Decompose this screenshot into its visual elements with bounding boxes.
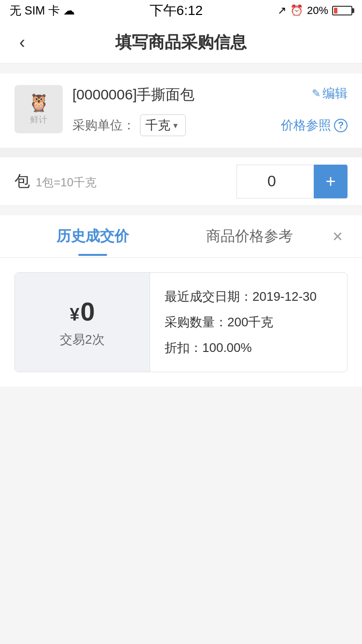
product-thumbnail: 🦉 鲜计 <box>14 85 63 133</box>
tab-close-button[interactable]: × <box>328 222 348 252</box>
edit-label: 编辑 <box>322 85 348 102</box>
purchase-unit-label: 采购单位： <box>72 117 135 134</box>
unit-conversion-label: 1包=10千克 <box>36 175 97 190</box>
price-ref-label: 价格参照 <box>281 117 331 134</box>
status-left: 无 SIM 卡 ☁ <box>10 3 75 18</box>
product-name: [0000006]手撕面包 <box>72 85 312 105</box>
edit-icon: ✎ <box>312 87 320 100</box>
price-value: 0 <box>80 297 95 326</box>
currency-symbol: ¥ <box>70 305 79 324</box>
purchase-qty-value: 200千克 <box>227 315 273 329</box>
quantity-input[interactable] <box>237 165 314 198</box>
unit-select[interactable]: 千克 ▾ <box>140 114 186 136</box>
unit-label-area: 包 1包=10千克 <box>14 171 237 192</box>
brand-label: 鲜计 <box>30 114 47 126</box>
trade-count-label: 交易2次 <box>60 331 104 348</box>
product-top-row: [0000006]手撕面包 ✎ 编辑 <box>72 85 348 105</box>
product-section: 🦉 鲜计 [0000006]手撕面包 ✎ 编辑 采购单位： 千克 ▾ <box>0 73 362 148</box>
edit-button[interactable]: ✎ 编辑 <box>312 85 348 102</box>
latest-date-row: 最近成交日期：2019-12-30 <box>165 287 333 306</box>
purchase-qty-row: 采购数量：200千克 <box>165 313 333 332</box>
section-divider <box>0 148 362 157</box>
card-area: ¥0 交易2次 最近成交日期：2019-12-30 采购数量：200千克 折扣：… <box>0 258 362 387</box>
purchase-row: 采购单位： 千克 ▾ 价格参照 ? <box>72 114 348 136</box>
latest-date-label: 最近成交日期： <box>165 289 252 304</box>
status-right: ↗ ⏰ 20% <box>278 4 352 17</box>
card-left: ¥0 交易2次 <box>15 273 150 372</box>
price-amount-display: ¥0 <box>70 296 95 326</box>
quantity-plus-button[interactable]: + <box>314 165 348 198</box>
price-card: ¥0 交易2次 最近成交日期：2019-12-30 采购数量：200千克 折扣：… <box>14 272 348 372</box>
tab-bar: 历史成交价 商品价格参考 × <box>0 215 362 258</box>
battery-percent: 20% <box>307 4 328 17</box>
page-footer <box>0 387 362 644</box>
help-icon: ? <box>334 119 348 132</box>
alarm-icon: ⏰ <box>290 4 303 17</box>
brand-owl-icon: 🦉 <box>28 93 50 113</box>
tab-history-price[interactable]: 历史成交价 <box>14 217 171 256</box>
product-header: 🦉 鲜计 [0000006]手撕面包 ✎ 编辑 采购单位： 千克 ▾ <box>14 85 348 136</box>
dropdown-arrow-icon: ▾ <box>173 120 178 131</box>
latest-date-value: 2019-12-30 <box>252 289 317 304</box>
purchase-qty-label: 采购数量： <box>165 315 227 329</box>
tab-product-price-ref[interactable]: 商品价格参考 <box>171 217 327 256</box>
status-time: 下午6:12 <box>150 1 203 20</box>
page-title: 填写商品采购信息 <box>115 31 247 54</box>
quantity-section: 包 1包=10千克 + <box>0 157 362 206</box>
sim-status: 无 SIM 卡 ☁ <box>10 3 75 18</box>
discount-row: 折扣：100.00% <box>165 338 333 357</box>
card-right: 最近成交日期：2019-12-30 采购数量：200千克 折扣：100.00% <box>150 273 347 372</box>
product-id: [0000006] <box>72 86 137 102</box>
discount-value: 100.00% <box>202 340 252 355</box>
unit-value: 千克 <box>145 117 170 134</box>
battery-icon <box>332 6 352 15</box>
discount-label: 折扣： <box>165 340 202 355</box>
product-title: 手撕面包 <box>137 86 195 102</box>
location-icon: ↗ <box>278 4 286 17</box>
tab-section: 历史成交价 商品价格参考 × ¥0 交易2次 最近成交日期：2019-12-30… <box>0 215 362 387</box>
status-bar: 无 SIM 卡 ☁ 下午6:12 ↗ ⏰ 20% <box>0 0 362 21</box>
product-info: [0000006]手撕面包 ✎ 编辑 采购单位： 千克 ▾ 价格参照 ? <box>72 85 348 136</box>
back-button[interactable]: ‹ <box>14 28 30 57</box>
price-reference-button[interactable]: 价格参照 ? <box>281 117 348 134</box>
unit-big-label: 包 <box>14 171 30 192</box>
nav-bar: ‹ 填写商品采购信息 <box>0 21 362 64</box>
battery-fill <box>334 8 337 14</box>
quantity-input-area: + <box>237 165 348 198</box>
